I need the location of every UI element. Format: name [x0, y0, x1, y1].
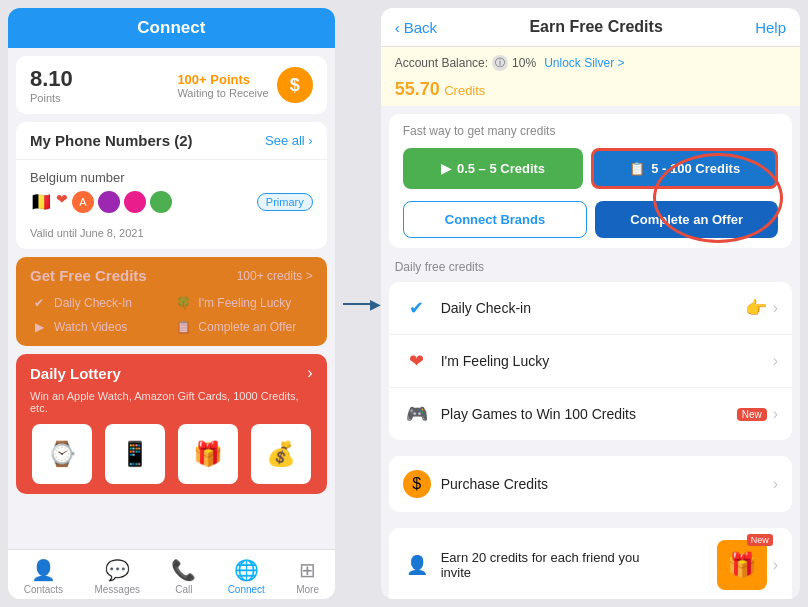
lottery-prizes: ⌚ 📱 🎁 💰 — [30, 424, 313, 484]
purchase-credits-item[interactable]: $ Purchase Credits › — [389, 456, 792, 512]
purchase-dollar-icon: $ — [403, 470, 431, 498]
see-all-link[interactable]: See all › — [265, 133, 313, 148]
lucky-label: I'm Feeling Lucky — [198, 296, 291, 310]
free-credits-section[interactable]: Get Free Credits 100+ credits > ✔ Daily … — [16, 257, 327, 346]
nav-messages-label: Messages — [94, 584, 140, 595]
list-icon: 📋 — [629, 161, 645, 176]
left-panel: Connect 8.10 Points 100+ Points Waiting … — [8, 8, 335, 599]
play-games-item[interactable]: 🎮 Play Games to Win 100 Credits New › — [389, 388, 792, 440]
scroll-content: Fast way to get many credits ▶ 0.5 – 5 C… — [381, 106, 800, 599]
feeling-lucky-item[interactable]: ❤ I'm Feeling Lucky › — [389, 335, 792, 388]
invite-section: 👤 Earn 20 credits for each friend you in… — [389, 528, 792, 599]
left-header: Connect — [8, 8, 335, 48]
earn-credits-title: Earn Free Credits — [529, 18, 662, 36]
nav-messages[interactable]: 💬 Messages — [94, 558, 140, 595]
phone-name: Belgium number — [30, 170, 313, 185]
connect-icon: 🌐 — [234, 558, 259, 582]
prize-phone: 📱 — [105, 424, 165, 484]
play-games-text: Play Games to Win 100 Credits — [441, 406, 636, 422]
fast-way-title: Fast way to get many credits — [403, 124, 778, 138]
account-balance-label: Account Balance: ⓘ 10% — [395, 55, 536, 71]
offer-icon: 📋 — [174, 318, 192, 336]
lucky-icon: 🍀 — [174, 294, 192, 312]
lottery-title: Daily Lottery — [30, 365, 121, 382]
play-icon: ▶ — [441, 161, 451, 176]
flag-row: 🇧🇪 ❤ A — [30, 191, 172, 213]
daily-free-list: ✔ Daily Check-in 👉 › ❤ I'm Feeling Lucky… — [389, 282, 792, 440]
btn-pair: Connect Brands Complete an Offer — [403, 195, 778, 238]
daily-free-label: Daily free credits — [381, 252, 800, 278]
complete-offer-credits-button[interactable]: 📋 5 - 100 Credits — [591, 148, 778, 189]
unlock-link[interactable]: Unlock Silver > — [544, 56, 624, 70]
credits-label: Credits — [444, 83, 485, 98]
offer-label: Complete an Offer — [198, 320, 296, 334]
separator-1 — [381, 444, 800, 452]
nav-more[interactable]: ⊞ More — [296, 558, 319, 595]
btn2-range: 5 - 100 Credits — [651, 161, 740, 176]
nav-more-label: More — [296, 584, 319, 595]
arrow-line — [343, 303, 373, 305]
checkin-circle-icon: ✔ — [403, 294, 431, 322]
nav-contacts[interactable]: 👤 Contacts — [24, 558, 63, 595]
videos-label: Watch Videos — [54, 320, 127, 334]
balance-circle-icon: ⓘ — [492, 55, 508, 71]
right-header: ‹ Back Earn Free Credits Help — [381, 8, 800, 47]
points-status: Waiting to Receive — [177, 87, 268, 99]
messages-icon: 💬 — [105, 558, 130, 582]
free-credits-grid: ✔ Daily Check-In 🍀 I'm Feeling Lucky ▶ W… — [30, 294, 313, 336]
connect-brands-button[interactable]: Connect Brands — [403, 201, 588, 238]
back-chevron-icon: ‹ — [395, 19, 400, 36]
coin-icon: $ — [277, 67, 313, 103]
phone-section-title: My Phone Numbers (2) — [30, 132, 193, 149]
gamepad-icon: 🎮 — [403, 400, 431, 428]
points-label: Points — [30, 92, 73, 104]
purchase-credits-text: Purchase Credits — [441, 476, 548, 492]
daily-checkin-item[interactable]: ✔ Daily Check-in 👉 › — [389, 282, 792, 335]
more-icon: ⊞ — [299, 558, 316, 582]
contacts-icon: 👤 — [31, 558, 56, 582]
left-header-title: Connect — [137, 18, 205, 37]
account-bar: Account Balance: ⓘ 10% Unlock Silver > — [381, 47, 800, 79]
games-chevron-icon: › — [773, 405, 778, 423]
nav-connect[interactable]: 🌐 Connect — [228, 558, 265, 595]
connect-brands-credits-button[interactable]: ▶ 0.5 – 5 Credits — [403, 148, 584, 189]
checkin-label: Daily Check-In — [54, 296, 132, 310]
fast-way-section: Fast way to get many credits ▶ 0.5 – 5 C… — [389, 114, 792, 248]
heart-icon: ❤ — [403, 347, 431, 375]
new-badge-games: New — [737, 408, 767, 421]
right-panel: ‹ Back Earn Free Credits Help Account Ba… — [381, 8, 800, 599]
invite-friend-item[interactable]: 👤 Earn 20 credits for each friend you in… — [389, 528, 792, 599]
gift-box: 🎁 New — [717, 540, 767, 590]
checkin-hand-icon: 👉 — [745, 297, 767, 319]
daily-lottery-section[interactable]: Daily Lottery › Win an Apple Watch, Amaz… — [16, 354, 327, 494]
help-button[interactable]: Help — [755, 19, 786, 36]
invite-person-icon: 👤 — [403, 551, 431, 579]
checkin-icon: ✔ — [30, 294, 48, 312]
nav-contacts-label: Contacts — [24, 584, 63, 595]
prize-coins: 💰 — [251, 424, 311, 484]
free-item-offer: 📋 Complete an Offer — [174, 318, 312, 336]
arrow-container — [343, 8, 373, 599]
invite-friend-text: Earn 20 credits for each friend you invi… — [441, 550, 641, 580]
purchase-chevron-icon: › — [773, 475, 778, 493]
balance-amount: 55.70 — [395, 79, 440, 99]
free-item-checkin: ✔ Daily Check-In — [30, 294, 168, 312]
lottery-arrow-icon: › — [307, 364, 312, 382]
free-item-videos: ▶ Watch Videos — [30, 318, 168, 336]
valid-text: Valid until June 8, 2021 — [16, 223, 327, 249]
back-button[interactable]: ‹ Back — [395, 19, 437, 36]
nav-call[interactable]: 📞 Call — [171, 558, 196, 595]
prize-watch: ⌚ — [32, 424, 92, 484]
gift-new-badge: New — [747, 534, 773, 546]
free-credits-title: Get Free Credits — [30, 267, 147, 284]
invite-chevron-icon: › — [773, 556, 778, 574]
call-icon: 📞 — [171, 558, 196, 582]
btn1-range: 0.5 – 5 Credits — [457, 161, 545, 176]
points-card: 8.10 Points 100+ Points Waiting to Recei… — [16, 56, 327, 114]
complete-offer-button[interactable]: Complete an Offer — [595, 201, 778, 238]
prize-gift: 🎁 — [178, 424, 238, 484]
feeling-lucky-text: I'm Feeling Lucky — [441, 353, 550, 369]
lottery-desc: Win an Apple Watch, Amazon Gift Cards, 1… — [30, 390, 313, 414]
free-credits-badge: 100+ credits > — [237, 269, 313, 283]
daily-checkin-text: Daily Check-in — [441, 300, 531, 316]
